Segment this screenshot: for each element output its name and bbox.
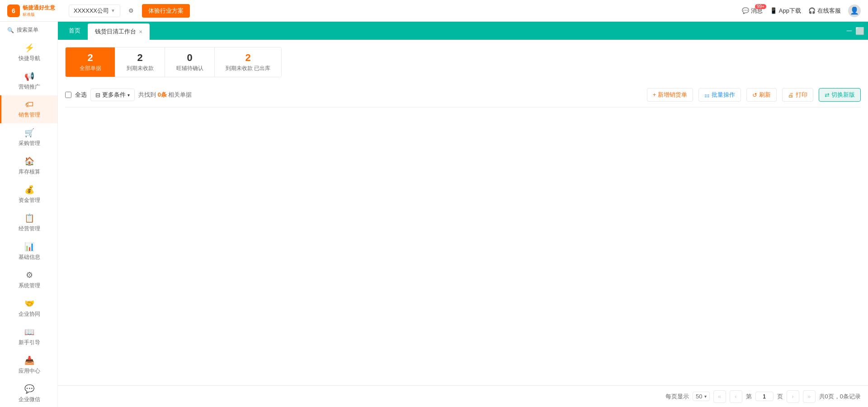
overdue-count: 2 xyxy=(126,52,154,64)
select-all-checkbox[interactable] xyxy=(65,92,71,98)
logo-icon: 6 xyxy=(7,5,20,17)
sidebar-item-system[interactable]: ⚙ 系统管理 xyxy=(0,266,57,294)
company-selector[interactable]: XXXXXX公司 ▼ xyxy=(69,5,120,17)
marketing-icon: 📢 xyxy=(24,71,34,81)
basic-info-icon: 📊 xyxy=(24,242,34,252)
select-all-label: 全选 xyxy=(75,91,87,99)
sidebar-item-quick-nav[interactable]: ⚡ 快捷导航 xyxy=(0,38,57,67)
sidebar-item-cooperation[interactable]: 🤝 企业协同 xyxy=(0,294,57,323)
sidebar-item-guide[interactable]: 📖 新手引导 xyxy=(0,323,57,351)
page-label: 第 xyxy=(746,393,752,401)
overdue-shipped-label: 到期未收款 已出库 xyxy=(226,65,270,72)
cooperation-icon: 🤝 xyxy=(24,299,34,309)
toolbar-left: 全选 ⊟ 更多条件 ▾ 共找到 0条 相关单据 xyxy=(65,89,192,101)
system-icon: ⚙ xyxy=(26,270,33,280)
sidebar-label-app-center: 应用中心 xyxy=(19,367,40,375)
sidebar-label-weixin: 企业微信 xyxy=(19,396,40,403)
switch-version-button[interactable]: ⇄ 切换新版 xyxy=(819,88,861,102)
gear-icon: ⚙ xyxy=(128,7,134,14)
inventory-icon: 🏠 xyxy=(24,156,34,166)
filter-chevron-icon: ▾ xyxy=(127,93,130,98)
close-tab-icon[interactable]: ✕ xyxy=(139,29,142,34)
headset-icon: 🎧 xyxy=(808,7,816,14)
stats-tab-overdue-shipped[interactable]: 2 到期未收款 已出库 xyxy=(215,47,281,77)
company-name: XXXXXX公司 xyxy=(74,7,109,15)
page-size-select[interactable]: 50 ▾ xyxy=(693,392,709,401)
message-button[interactable]: 💬 消息 99+ xyxy=(742,7,763,15)
nav-tabs: 首页 钱货日清工作台 ✕ ─ ⬜ xyxy=(58,22,868,40)
toolbar-right: + 新增销货单 ⚏ 批量操作 ↺ 刷新 🖨 打印 ⇄ 切换新版 xyxy=(647,88,861,102)
switch-icon: ⇄ xyxy=(825,92,830,98)
try-industry-button[interactable]: 体验行业方案 xyxy=(142,4,190,18)
batch-icon: ⚏ xyxy=(704,92,710,98)
last-page-button[interactable]: » xyxy=(803,390,816,403)
finance-icon: 💰 xyxy=(24,185,34,195)
sales-icon: 🏷 xyxy=(25,100,33,109)
sidebar-item-app-center[interactable]: 📥 应用中心 xyxy=(0,351,57,379)
nav-tabs-right: ─ ⬜ xyxy=(847,27,864,35)
sidebar-item-inventory[interactable]: 🏠 库存核算 xyxy=(0,152,57,180)
batch-operation-button[interactable]: ⚏ 批量操作 xyxy=(698,88,741,102)
app-download-icon: 📱 xyxy=(770,7,777,14)
all-count: 2 xyxy=(76,52,104,64)
sidebar-item-weixin[interactable]: 💬 企业微信 xyxy=(0,379,57,407)
per-page-label: 每页显示 xyxy=(665,393,689,401)
online-service-label: 在线客服 xyxy=(817,7,841,15)
filter-button[interactable]: ⊟ 更多条件 ▾ xyxy=(90,89,135,101)
app-download-label: App下载 xyxy=(779,7,801,15)
purchase-icon: 🛒 xyxy=(24,128,34,138)
message-icon: 💬 xyxy=(742,7,749,14)
tab-home[interactable]: 首页 xyxy=(61,22,88,40)
sidebar-label-finance: 资金管理 xyxy=(19,196,40,204)
maximize-button[interactable]: ⬜ xyxy=(855,27,864,35)
pending-count: 0 xyxy=(176,52,203,64)
first-page-button[interactable]: « xyxy=(713,390,726,403)
stats-tab-pending[interactable]: 0 旺辅待确认 xyxy=(165,47,215,77)
avatar[interactable]: 👤 xyxy=(848,5,861,17)
sidebar-item-finance[interactable]: 💰 资金管理 xyxy=(0,180,57,209)
sidebar-item-sales[interactable]: 🏷 销售管理 xyxy=(0,95,57,123)
prev-page-button[interactable]: ‹ xyxy=(730,390,742,403)
sidebar-label-system: 系统管理 xyxy=(19,282,40,290)
sidebar-item-purchase[interactable]: 🛒 采购管理 xyxy=(0,123,57,152)
sidebar-item-marketing[interactable]: 📢 营销推广 xyxy=(0,67,57,95)
sidebar-label-guide: 新手引导 xyxy=(19,339,40,346)
overdue-shipped-count: 2 xyxy=(226,52,270,64)
all-label: 全部单据 xyxy=(76,65,104,72)
top-header: 6 畅捷通好生意 标准版 XXXXXX公司 ▼ ⚙ 体验行业方案 💬 消息 99… xyxy=(0,0,868,22)
logo-text: 畅捷通好生意 标准版 xyxy=(23,4,55,18)
sidebar-label-sales: 销售管理 xyxy=(19,111,40,119)
sidebar-item-basic-info[interactable]: 📊 基础信息 xyxy=(0,237,57,266)
sidebar-label-cooperation: 企业协同 xyxy=(19,310,40,318)
found-count: 0条 xyxy=(158,91,167,98)
new-sales-order-button[interactable]: + 新增销货单 xyxy=(647,88,693,102)
content-inner: 2 全部单据 2 到期未收款 0 旺辅待确认 2 到期未收款 已出库 全选 xyxy=(58,40,868,407)
tab-work-station[interactable]: 钱货日清工作台 ✕ xyxy=(88,23,150,40)
main-content: 2 全部单据 2 到期未收款 0 旺辅待确认 2 到期未收款 已出库 全选 xyxy=(58,40,868,407)
total-info: 共0页，0条记录 xyxy=(819,393,861,401)
sidebar-label-quick-nav: 快捷导航 xyxy=(19,55,40,62)
search-icon: 🔍 xyxy=(7,27,14,33)
search-menu-item[interactable]: 🔍 搜索菜单 xyxy=(0,22,57,38)
print-button[interactable]: 🖨 打印 xyxy=(782,88,813,102)
print-icon: 🖨 xyxy=(788,92,794,98)
page-number-input[interactable] xyxy=(755,392,774,401)
refresh-button[interactable]: ↺ 刷新 xyxy=(746,88,777,102)
stats-tab-all[interactable]: 2 全部单据 xyxy=(66,47,115,77)
stats-tab-overdue[interactable]: 2 到期未收款 xyxy=(115,47,165,77)
pending-label: 旺辅待确认 xyxy=(176,65,203,72)
online-service-button[interactable]: 🎧 在线客服 xyxy=(808,7,841,15)
sidebar-label-marketing: 营销推广 xyxy=(19,83,40,91)
chevron-down-icon: ▼ xyxy=(111,8,115,13)
operations-icon: 📋 xyxy=(24,213,34,223)
sidebar-item-operations[interactable]: 📋 经营管理 xyxy=(0,209,57,237)
sidebar-label-purchase: 采购管理 xyxy=(19,140,40,147)
app-download-button[interactable]: 📱 App下载 xyxy=(770,7,801,15)
next-page-button[interactable]: › xyxy=(787,390,799,403)
minimize-button[interactable]: ─ xyxy=(847,27,852,35)
pagination: 每页显示 50 ▾ « ‹ 第 页 › » 共0页，0条记录 xyxy=(58,385,868,407)
settings-button[interactable]: ⚙ xyxy=(124,4,138,18)
filter-label: 更多条件 xyxy=(102,91,126,99)
weixin-icon: 💬 xyxy=(24,384,34,394)
header-right: 💬 消息 99+ 📱 App下载 🎧 在线客服 👤 xyxy=(742,5,861,17)
